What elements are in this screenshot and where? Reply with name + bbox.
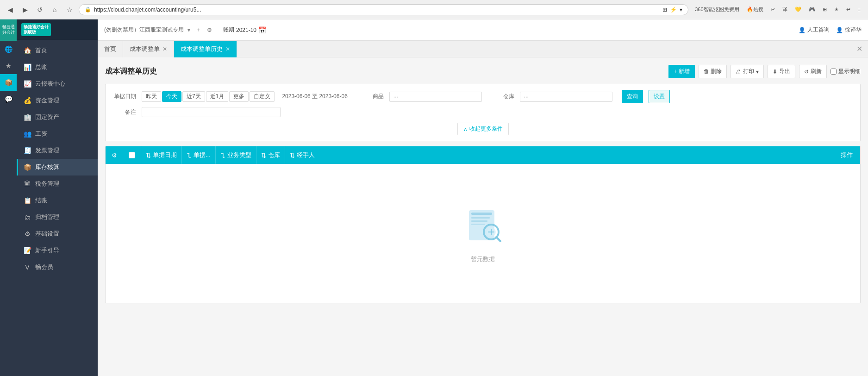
back-button[interactable]: ◀ [5, 4, 16, 15]
user-label: 徐译华 [845, 26, 862, 34]
query-button[interactable]: 查询 [622, 90, 643, 103]
date-btn-yesterday[interactable]: 昨天 [142, 91, 161, 102]
app-wrapper: 畅捷通好会计 🌐 ★ 📦 💬 畅捷通好会计 旗舰版 🏠 首页 📊 总账 📈 [0, 19, 868, 376]
game-btn[interactable]: 🎮 [806, 5, 818, 14]
delete-button[interactable]: 🗑 删除 [699, 65, 727, 78]
sidebar-label-reports: 云报表中心 [35, 80, 65, 88]
goods-selector[interactable]: ··· [389, 92, 482, 102]
show-detail-checkbox[interactable] [831, 69, 837, 75]
service-icon: 👤 [799, 27, 806, 33]
sidebar-label-home: 首页 [35, 46, 47, 55]
service-btn[interactable]: 👤 人工咨询 [799, 26, 830, 34]
scissors-btn[interactable]: ✂ [768, 5, 778, 14]
print-dropdown-icon: ▾ [756, 69, 759, 75]
tab-cost-adjust[interactable]: 成本调整单 ✕ [123, 41, 174, 57]
calendar-icon[interactable]: 📅 [258, 26, 266, 34]
warehouse-selector[interactable]: ··· [520, 92, 612, 102]
date-btn-7days[interactable]: 近7天 [182, 91, 205, 102]
dropdown-icon[interactable]: ▾ [187, 27, 190, 33]
settings-button[interactable]: 设置 [649, 90, 670, 103]
icon-bar-active[interactable]: 📦 [0, 74, 17, 91]
date-btn-1month[interactable]: 近1月 [206, 91, 229, 102]
bookmark-button[interactable]: ☆ [64, 4, 75, 15]
home-button[interactable]: ⌂ [49, 4, 60, 15]
refresh-button[interactable]: ↺ 刷新 [799, 65, 827, 78]
goods-dots: ··· [393, 94, 398, 100]
sidebar-item-home[interactable]: 🏠 首页 [17, 42, 98, 59]
invoice-icon: 🧾 [23, 146, 31, 155]
date-btn-today[interactable]: 今天 [162, 91, 181, 102]
th-operator[interactable]: ⇅ 经手人 [285, 146, 319, 164]
tab-cost-adjust-history[interactable]: 成本调整单历史 ✕ [174, 41, 237, 57]
user-btn[interactable]: 👤 徐译华 [836, 26, 862, 34]
address-bar[interactable]: 🔒 https://cloud.chanjet.com/accounting/u… [79, 4, 688, 15]
sidebar-item-settings[interactable]: ⚙ 基础设置 [17, 226, 98, 242]
icon-bar-star[interactable]: ★ [0, 57, 17, 74]
tab-home[interactable]: 首页 [98, 41, 123, 57]
icon-bar-weibo[interactable]: 🌐 [0, 41, 17, 57]
sidebar-label-closing: 结账 [35, 196, 47, 205]
sidebar-item-invoice[interactable]: 🧾 发票管理 [17, 142, 98, 159]
icon-bar-msg[interactable]: 💬 [0, 91, 17, 107]
th-operator-label: 经手人 [297, 151, 315, 159]
tax-icon: 🏛 [23, 180, 31, 188]
sidebar-item-funds[interactable]: 💰 资金管理 [17, 92, 98, 109]
svg-rect-4 [471, 224, 485, 225]
browser-bar: ◀ ▶ ↺ ⌂ ☆ 🔒 https://cloud.chanjet.com/ac… [0, 0, 868, 19]
date-btn-custom[interactable]: 自定义 [250, 91, 275, 102]
date-range-display: 2023-06-06 至 2023-06-06 [282, 93, 347, 100]
hot-search-btn[interactable]: 🔥热搜 [744, 5, 766, 14]
sidebar-item-closing[interactable]: 📋 结账 [17, 192, 98, 209]
tab-cost-adjust-history-close[interactable]: ✕ [225, 46, 230, 52]
translate-btn[interactable]: 译 [780, 5, 790, 14]
settings-icon-top[interactable]: ⚙ [207, 27, 212, 33]
add-company-icon[interactable]: ＋ [196, 26, 201, 34]
sidebar-header: 畅捷通好会计 旗舰版 [17, 19, 98, 40]
sidebar-item-general-ledger[interactable]: 📊 总账 [17, 59, 98, 75]
notes-filter-label: 备注 [113, 108, 136, 116]
date-btn-more[interactable]: 更多 [229, 91, 249, 102]
sidebar-label-invoice: 发票管理 [35, 146, 59, 155]
print-button[interactable]: 🖨 打印 ▾ [731, 65, 764, 78]
export-button[interactable]: ⬇ 导出 [768, 65, 795, 78]
th-checkbox[interactable] [123, 152, 141, 158]
menu-btn[interactable]: ≡ [855, 6, 863, 14]
sidebar-item-guide[interactable]: 📝 新手引导 [17, 242, 98, 259]
archive-icon: 🗂 [23, 213, 31, 221]
top-bar-left: (勿删勿禁用）江西服宝测试专用 ▾ ＋ ⚙ 账期 2021-10 📅 [104, 26, 266, 34]
sidebar-item-payroll[interactable]: 👥 工资 [17, 125, 98, 142]
th-number[interactable]: ⇅ 单据... [181, 146, 215, 164]
reload-button[interactable]: ↺ [34, 4, 45, 15]
tab-cost-adjust-close[interactable]: ✕ [162, 46, 167, 52]
sidebar-item-inventory[interactable]: 📦 库存核算 [17, 159, 98, 175]
th-number-label: 单据... [194, 151, 211, 159]
th-warehouse[interactable]: ⇅ 仓库 [256, 146, 285, 164]
th-settings[interactable]: ⚙ [106, 152, 123, 159]
top-bar: (勿删勿禁用）江西服宝测试专用 ▾ ＋ ⚙ 账期 2021-10 📅 👤 人工咨… [98, 19, 868, 41]
user-icon: 👤 [836, 27, 843, 33]
show-detail-label[interactable]: 显示明细 [831, 68, 861, 75]
apps-btn[interactable]: ⊞ [820, 5, 830, 14]
company-name: (勿删勿禁用）江西服宝测试专用 [104, 26, 184, 34]
close-all-tabs-btn[interactable]: ✕ [851, 44, 868, 53]
search-btn[interactable]: 360智能抠图免费用 [692, 5, 742, 14]
sidebar: 畅捷通好会计 旗舰版 🏠 首页 📊 总账 📈 云报表中心 💰 资金管理 [17, 19, 98, 376]
sidebar-item-archive[interactable]: 🗂 归档管理 [17, 209, 98, 226]
wallet-btn[interactable]: 💛 [792, 5, 804, 14]
sidebar-item-reports[interactable]: 📈 云报表中心 [17, 75, 98, 92]
select-all-checkbox[interactable] [129, 152, 135, 158]
notes-input[interactable] [142, 107, 281, 117]
theme-btn[interactable]: ☀ [831, 5, 842, 14]
th-biz-type[interactable]: ⇅ 业务类型 [215, 146, 256, 164]
show-detail-text: 显示明细 [838, 68, 861, 75]
fixed-assets-icon: 🏢 [23, 113, 31, 121]
undo-btn[interactable]: ↩ [843, 5, 853, 14]
sidebar-item-fixed-assets[interactable]: 🏢 固定资产 [17, 109, 98, 125]
new-button[interactable]: + 新增 [668, 65, 694, 78]
collapse-btn[interactable]: ∧ 收起更多条件 [457, 123, 509, 135]
sidebar-item-tax[interactable]: 🏛 税务管理 [17, 175, 98, 192]
forward-button[interactable]: ▶ [19, 4, 31, 15]
sidebar-item-member[interactable]: V 畅会员 [17, 259, 98, 276]
chevron-down-icon: ▾ [680, 6, 682, 13]
th-date[interactable]: ⇅ 单据日期 [141, 146, 181, 164]
